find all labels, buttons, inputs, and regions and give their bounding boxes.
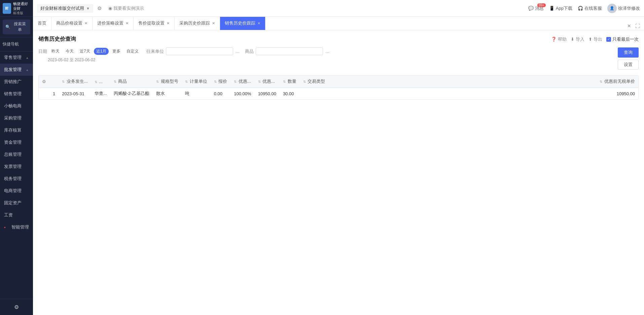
table-settings-icon[interactable]: ⚙ bbox=[42, 79, 46, 84]
online-service-button[interactable]: 🎧 在线客服 bbox=[578, 5, 602, 11]
import-link[interactable]: ⬇ 导入 bbox=[571, 36, 584, 42]
close-tab-price-strategy-icon[interactable]: ✕ bbox=[126, 21, 129, 26]
close-tab-sales-history-icon[interactable]: ✕ bbox=[257, 21, 260, 26]
message-icon: 💬 bbox=[528, 6, 534, 11]
app-download-button[interactable]: 📱 App下载 bbox=[549, 5, 572, 11]
only-last-checkbox[interactable]: ✓ bbox=[606, 37, 611, 42]
close-tab-product-price-icon[interactable]: ✕ bbox=[84, 21, 87, 26]
th-trade-type[interactable]: ⇅ 交易类型 bbox=[300, 75, 329, 88]
headset-icon: 🎧 bbox=[578, 6, 583, 11]
th-discount2[interactable]: ⇅ 优惠... bbox=[255, 75, 280, 88]
customer-input[interactable] bbox=[166, 47, 233, 55]
search-menu-button[interactable]: 🔍 搜索菜单 bbox=[3, 20, 30, 34]
sidebar-item-smart[interactable]: 智能管理 bbox=[0, 221, 33, 233]
cell-pretax-price: 10950.00 bbox=[596, 88, 638, 100]
app-logo-text: 畅捷通好业财 标准版 bbox=[13, 1, 30, 15]
export-link[interactable]: ⬆ 导出 bbox=[588, 36, 602, 42]
sidebar-item-marketing[interactable]: 营销推广 bbox=[0, 76, 33, 88]
sidebar-item-salary[interactable]: 工资 bbox=[0, 209, 33, 221]
user-icon: 👤 bbox=[610, 6, 614, 10]
sort-discount2-icon: ⇅ bbox=[258, 80, 261, 83]
tabbar: 首页 商品价格设置 ✕ 进价策略设置 ✕ 售价提取设置 ✕ 采购历史价跟踪 ✕ … bbox=[33, 17, 644, 30]
th-date[interactable]: ⇅ 业务发生... bbox=[59, 75, 91, 88]
sidebar-item-finance[interactable]: 资金管理 bbox=[0, 136, 33, 148]
tab-purchase-history[interactable]: 采购历史价跟踪 ✕ bbox=[175, 17, 220, 30]
main-area: 好业财标准版交付试用 ▼ ⚙ ◉ 我要看实例演示 💬 消息 99+ 📱 App下… bbox=[33, 0, 644, 315]
product-selector[interactable]: 好业财标准版交付试用 ▼ bbox=[37, 4, 93, 13]
date-option-last7[interactable]: 近7天 bbox=[77, 48, 93, 55]
th-pretax-price[interactable]: ⇅ 优惠前无税单价 bbox=[596, 75, 638, 88]
th-unit[interactable]: ⇅ 计量单位 bbox=[182, 75, 211, 88]
settings-button[interactable]: 设置 bbox=[618, 60, 639, 70]
date-option-last1month[interactable]: 近1月 bbox=[94, 48, 109, 55]
query-button[interactable]: 查询 bbox=[618, 47, 639, 58]
play-icon: ◉ bbox=[108, 6, 112, 11]
sidebar-item-ecommerce[interactable]: 电商管理 bbox=[0, 185, 33, 197]
sidebar-item-accounting[interactable]: 总账管理 bbox=[0, 148, 33, 161]
chevron-down-icon: ▼ bbox=[86, 6, 90, 10]
topbar: 好业财标准版交付试用 ▼ ⚙ ◉ 我要看实例演示 💬 消息 99+ 📱 App下… bbox=[33, 0, 644, 17]
user-menu[interactable]: 👤 徐泽华修改 bbox=[607, 4, 640, 13]
sidebar-settings-button[interactable]: ⚙ bbox=[3, 302, 30, 312]
quick-nav-section: 快捷导航 bbox=[0, 37, 33, 51]
sidebar-item-wholesale[interactable]: 批发管理 ▲ bbox=[0, 64, 33, 76]
topbar-right: 💬 消息 99+ 📱 App下载 🎧 在线客服 👤 徐泽华修改 bbox=[528, 4, 640, 13]
tab-price-extract[interactable]: 售价提取设置 ✕ bbox=[134, 17, 175, 30]
cell-date: 2023-05-31 bbox=[59, 88, 91, 100]
date-option-more[interactable]: 更多 bbox=[110, 48, 123, 55]
close-tab-action-button[interactable]: ✕ bbox=[626, 22, 633, 30]
maximize-tab-button[interactable]: ⛶ bbox=[634, 22, 641, 30]
customer-more-button[interactable]: … bbox=[235, 49, 240, 54]
help-icon: ❓ bbox=[551, 37, 557, 42]
cell-more-cols: 华查... bbox=[91, 88, 110, 100]
tab-sales-history[interactable]: 销售历史价跟踪 ✕ bbox=[220, 17, 265, 30]
page-inner: 销售历史价查询 ❓ 帮助 ⬇ 导入 ⬆ 导出 ✓ bbox=[33, 30, 644, 315]
th-quantity[interactable]: ⇅ 数量 bbox=[280, 75, 300, 88]
topbar-settings-icon[interactable]: ⚙ bbox=[96, 4, 103, 13]
sidebar-item-assets[interactable]: 固定资产 bbox=[0, 197, 33, 209]
th-more-cols[interactable]: ⇅ ... bbox=[91, 75, 110, 88]
page-header: 销售历史价查询 ❓ 帮助 ⬇ 导入 ⬆ 导出 ✓ bbox=[38, 36, 639, 43]
cell-quantity: 30.00 bbox=[280, 88, 300, 100]
product-more-button[interactable]: … bbox=[325, 49, 329, 54]
sidebar-item-retail[interactable]: 零售管理 ▲ bbox=[0, 51, 33, 64]
help-link[interactable]: ❓ 帮助 bbox=[551, 36, 567, 42]
sidebar-item-inventory[interactable]: 库存核算 bbox=[0, 124, 33, 136]
filter-fields: 日期 昨天 今天 近7天 近1月 更多 自定义 往来单位 bbox=[38, 47, 612, 66]
cell-trade-type bbox=[300, 88, 329, 100]
tab-price-strategy[interactable]: 进价策略设置 ✕ bbox=[93, 17, 134, 30]
th-product[interactable]: ⇅ 商品 bbox=[110, 75, 153, 88]
filter-row-1: 日期 昨天 今天 近7天 近1月 更多 自定义 往来单位 bbox=[38, 47, 612, 55]
sidebar-item-invoice[interactable]: 发票管理 bbox=[0, 161, 33, 173]
sidebar-item-purchase[interactable]: 采购管理 bbox=[0, 112, 33, 124]
sidebar-search-section: 🔍 搜索菜单 bbox=[0, 17, 33, 37]
only-last-checkbox-label[interactable]: ✓ 只看最后一次 bbox=[606, 36, 639, 42]
product-input[interactable] bbox=[256, 47, 323, 55]
close-tab-price-extract-icon[interactable]: ✕ bbox=[167, 21, 170, 26]
th-spacer bbox=[328, 75, 596, 88]
tab-home[interactable]: 首页 bbox=[33, 17, 51, 30]
filter-section: 日期 昨天 今天 近7天 近1月 更多 自定义 往来单位 bbox=[38, 47, 639, 70]
sort-quantity-icon: ⇅ bbox=[283, 80, 286, 83]
date-option-today[interactable]: 今天 bbox=[63, 48, 76, 55]
th-discount1[interactable]: ⇅ 优惠... bbox=[230, 75, 254, 88]
date-option-custom[interactable]: 自定义 bbox=[124, 48, 141, 55]
sort-price-icon: ⇅ bbox=[214, 80, 217, 83]
product-filter: 商品 … bbox=[245, 47, 329, 55]
date-option-yesterday[interactable]: 昨天 bbox=[49, 48, 62, 55]
th-price[interactable]: ⇅ 报价 bbox=[211, 75, 231, 88]
demo-button[interactable]: ◉ 我要看实例演示 bbox=[108, 5, 144, 11]
sidebar-item-tax[interactable]: 税务管理 bbox=[0, 173, 33, 185]
import-icon: ⬇ bbox=[571, 37, 574, 42]
messages-button[interactable]: 💬 消息 99+ bbox=[528, 5, 544, 11]
quick-nav-button[interactable]: 快捷导航 bbox=[0, 39, 33, 49]
th-settings[interactable]: ⚙ bbox=[39, 75, 49, 88]
th-spec[interactable]: ⇅ 规格型号 bbox=[153, 75, 182, 88]
date-options: 昨天 今天 近7天 近1月 更多 自定义 bbox=[49, 48, 141, 55]
sidebar-item-ecommerce-small[interactable]: 小畅电商 bbox=[0, 100, 33, 112]
close-tab-purchase-history-icon[interactable]: ✕ bbox=[212, 21, 215, 26]
customer-filter: 往来单位 … bbox=[146, 47, 240, 55]
sidebar-item-sales[interactable]: 销售管理 bbox=[0, 88, 33, 100]
tab-product-price[interactable]: 商品价格设置 ✕ bbox=[51, 17, 93, 30]
sort-tradetype-icon: ⇅ bbox=[303, 80, 306, 83]
